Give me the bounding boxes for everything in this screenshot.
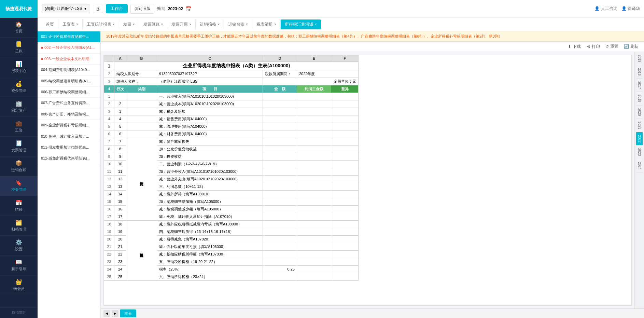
sheet-tab-main[interactable]: 主表 bbox=[120, 309, 136, 317]
print-button[interactable]: 🖨 打印 bbox=[586, 44, 600, 50]
year-2024[interactable]: 2024 bbox=[636, 159, 643, 172]
reset-button[interactable]: ↺ 重置 bbox=[605, 44, 618, 50]
tab-salary[interactable]: 工资表 × bbox=[58, 19, 83, 29]
amount-cell[interactable] bbox=[263, 115, 297, 123]
workbench-button[interactable]: 工作台 bbox=[106, 4, 128, 13]
tab-invoice[interactable]: 发票 × bbox=[119, 19, 139, 29]
sheet-next-btn[interactable]: ▶ bbox=[112, 310, 118, 317]
tab-invoice-calc[interactable]: 发票算账 × bbox=[139, 19, 168, 29]
tab-close-invoice-open[interactable]: × bbox=[189, 23, 191, 26]
amount-cell[interactable]: 0.25 bbox=[263, 265, 297, 273]
left-panel-item-007[interactable]: 007-广告费和业务宣传费跨... bbox=[38, 98, 100, 109]
tab-close-tax-calc[interactable]: × bbox=[315, 23, 317, 26]
left-panel-item-006[interactable]: 006-职工薪酬纳税调整明细... bbox=[38, 87, 100, 98]
year-2017[interactable]: 2017 bbox=[636, 79, 643, 92]
sidebar-item-salary[interactable]: 💼 工资 bbox=[0, 117, 38, 137]
sidebar-item-purchase[interactable]: 📦 进销台账 bbox=[0, 156, 38, 176]
user-btn[interactable]: 👤 徐译华 bbox=[621, 6, 640, 12]
amount-cell[interactable] bbox=[263, 235, 297, 243]
sidebar-pin-toggle[interactable]: 取消固定 bbox=[0, 307, 38, 318]
amount-cell[interactable] bbox=[263, 220, 297, 228]
left-panel-item-009[interactable]: 009-企业所得税补亏损明细... bbox=[38, 120, 100, 131]
profit-cell bbox=[297, 183, 331, 190]
tab-purchase-check[interactable]: 进销稽核 × bbox=[196, 19, 224, 29]
amount-cell[interactable] bbox=[263, 160, 297, 168]
sidebar-item-fund[interactable]: 💰 资金管理 bbox=[0, 77, 38, 97]
tab-salary-stat[interactable]: 工资统计报表 × bbox=[83, 19, 119, 29]
year-2016[interactable]: 2016 bbox=[636, 65, 643, 79]
tab-close-purchase-ledger[interactable]: × bbox=[246, 23, 248, 26]
amount-cell[interactable] bbox=[263, 198, 297, 205]
refresh-button[interactable]: 🔄 刷新 bbox=[624, 44, 639, 50]
tab-tax-calc[interactable]: 所得税汇算清缴 × bbox=[281, 19, 321, 29]
left-panel-item-002[interactable]: 002-一般企业收入明细表(A1... bbox=[38, 42, 100, 53]
left-panel-item-008[interactable]: 008-资产折旧、摊销及纳税... bbox=[38, 109, 100, 120]
sidebar-item-settings[interactable]: ⚙️ 设置 bbox=[0, 236, 38, 255]
tab-close-salary[interactable]: × bbox=[76, 23, 78, 26]
spreadsheet[interactable]: A B C D E F 1 企业所 bbox=[103, 55, 632, 306]
left-panel-item-010[interactable]: 010-免税、减计收入及加计... bbox=[38, 131, 100, 142]
download-button[interactable]: ⬇ 下载 bbox=[568, 44, 581, 50]
amount-cell[interactable] bbox=[263, 145, 297, 153]
service-btn[interactable]: 👤 人工咨询 bbox=[594, 6, 617, 12]
sidebar-item-member[interactable]: 👑 畅会员 bbox=[0, 275, 38, 295]
col-label-profit: 利润主金额 bbox=[297, 85, 331, 93]
amount-cell[interactable] bbox=[263, 123, 297, 130]
year-2023[interactable]: 2023 bbox=[636, 146, 643, 159]
company-selector[interactable]: (勿删) 江西服宝-LSS ▼ bbox=[42, 4, 90, 13]
year-2019[interactable]: 2019 bbox=[636, 52, 643, 65]
left-panel-item-001[interactable]: 001-企业所得税年度纳税申... bbox=[38, 31, 100, 42]
amount-cell[interactable] bbox=[263, 100, 297, 108]
item-cell: 减：管理费用(填写A104000) bbox=[157, 123, 263, 130]
amount-cell[interactable] bbox=[263, 190, 297, 198]
amount-cell[interactable] bbox=[263, 205, 297, 213]
tab-close-tax-clear[interactable]: × bbox=[274, 23, 276, 26]
switch-version-button[interactable]: 切到旧版 bbox=[130, 4, 154, 14]
sheet-prev-btn[interactable]: ◀ bbox=[103, 310, 110, 317]
amount-cell[interactable] bbox=[263, 228, 297, 235]
sidebar-item-archive[interactable]: 🗂️ 归档管理 bbox=[0, 216, 38, 236]
sidebar-item-assets[interactable]: 🏢 固定资产 bbox=[0, 97, 38, 117]
left-panel-item-011[interactable]: 011-研发费用加计扣除优惠... bbox=[38, 142, 100, 153]
sidebar-item-close[interactable]: 📅 结账 bbox=[0, 196, 38, 216]
tab-close-purchase-check[interactable]: × bbox=[218, 23, 220, 26]
amount-cell[interactable] bbox=[263, 93, 297, 100]
amount-cell[interactable] bbox=[263, 138, 297, 145]
amount-cell[interactable] bbox=[263, 213, 297, 220]
left-panel-item-004[interactable]: 004-期间费用明细表(A1040... bbox=[38, 65, 100, 75]
tab-invoice-open[interactable]: 发票开票 × bbox=[167, 19, 196, 29]
sidebar-item-tax[interactable]: 🔖 税务管理 bbox=[0, 176, 38, 196]
amount-cell[interactable] bbox=[263, 183, 297, 190]
amount-cell[interactable] bbox=[263, 175, 297, 183]
col-label-diff: 差异 bbox=[331, 85, 359, 93]
amount-cell[interactable] bbox=[263, 273, 297, 280]
sidebar-item-report[interactable]: 📊 报表中心 bbox=[0, 57, 38, 77]
tab-close-salary-stat[interactable]: × bbox=[113, 23, 115, 26]
sidebar-item-invoice[interactable]: 🧾 发票管理 bbox=[0, 137, 38, 156]
amount-cell[interactable] bbox=[263, 250, 297, 258]
tab-home[interactable]: 首页 bbox=[42, 19, 58, 29]
tab-purchase-ledger[interactable]: 进销台账 × bbox=[224, 19, 252, 29]
amount-cell[interactable] bbox=[263, 258, 297, 265]
tab-tax-clear[interactable]: 税表清册 × bbox=[252, 19, 281, 29]
sidebar-item-ledger[interactable]: 📒 总账 bbox=[0, 38, 38, 57]
year-2018[interactable]: 2018 bbox=[636, 92, 643, 105]
amount-cell[interactable] bbox=[263, 153, 297, 160]
year-2020[interactable]: 2020 bbox=[636, 106, 643, 119]
sidebar-item-home[interactable]: 🏠 首页 bbox=[0, 18, 38, 38]
item-cell: 减：税金及附加 bbox=[157, 108, 263, 115]
diff-cell bbox=[331, 108, 359, 115]
left-panel-item-003[interactable]: 003-一般企业成本支出明细... bbox=[38, 54, 100, 65]
print-icon-btn[interactable]: 🖨 bbox=[93, 5, 103, 13]
amount-cell[interactable] bbox=[263, 243, 297, 250]
year-2022[interactable]: 2022 bbox=[636, 132, 643, 146]
left-panel-item-005[interactable]: 005-纳税调整项目明细表(A1... bbox=[38, 76, 100, 87]
tab-close-invoice[interactable]: × bbox=[133, 23, 135, 26]
amount-cell[interactable] bbox=[263, 130, 297, 138]
tab-close-invoice-calc[interactable]: × bbox=[161, 23, 163, 26]
sidebar-item-guide[interactable]: 📖 新手引导 bbox=[0, 255, 38, 275]
year-2021[interactable]: 2021 bbox=[636, 119, 643, 132]
amount-cell[interactable] bbox=[263, 108, 297, 115]
amount-cell[interactable] bbox=[263, 168, 297, 175]
left-panel-item-012[interactable]: 012-减免所得税优惠明细表(... bbox=[38, 153, 100, 164]
